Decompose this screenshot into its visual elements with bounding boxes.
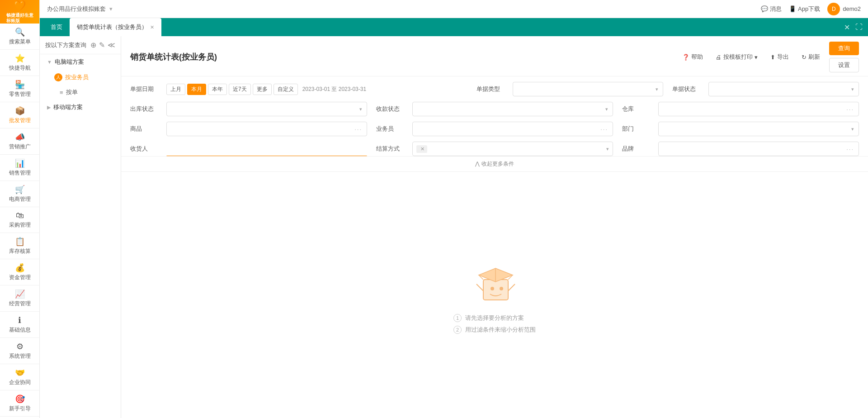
folder-label: 电脑端方案 [55, 58, 84, 66]
sidebar-item-system[interactable]: ⚙ 系统管理 [0, 338, 40, 364]
department-label: 部门 [622, 125, 658, 133]
top-header: 办公用品行业模拟账套 ▾ 💬 消息 📱 App下载 D demo2 [40, 0, 868, 18]
mobile-folder-icon: ▶ [47, 104, 51, 110]
last7-btn[interactable]: 近7天 [229, 84, 251, 95]
filter-row-4: 收货人 结算方式 ✕ ▾ [130, 142, 859, 156]
newbie-icon: 🎯 [2, 394, 38, 404]
wholesale-icon: 📦 [2, 106, 38, 116]
top-header-left: 办公用品行业模拟账套 ▾ [47, 5, 113, 13]
empty-hint-1: 1 请先选择要分析的方案 [453, 314, 536, 322]
settlement-tag-close-icon[interactable]: ✕ [420, 146, 425, 152]
content-area: 按以下方案查询 ⊕ ✎ ≪ ▼ 电脑端方案 人 按业务员 ≡ 按单 [40, 36, 868, 418]
sidebar-item-finance[interactable]: 💰 资金管理 [0, 259, 40, 285]
sidebar-item-retail[interactable]: 🏪 零售管理 [0, 76, 40, 102]
sidebar-item-company[interactable]: 🤝 企业协同 [0, 364, 40, 390]
department-select[interactable]: ▾ [658, 122, 859, 136]
download-icon: 📱 [789, 5, 796, 12]
template-print-button[interactable]: 🖨 按模板打印 ▾ [712, 51, 761, 63]
left-panel-header: 按以下方案查询 ⊕ ✎ ≪ [40, 36, 121, 54]
app-download-button[interactable]: 📱 App下载 [789, 5, 820, 13]
purchase-icon: 🛍 [2, 211, 38, 220]
export-button[interactable]: ⬆ 导出 [767, 51, 793, 63]
warehouse-select[interactable]: ··· [658, 102, 859, 116]
sidebar-item-wholesale[interactable]: 📦 批发管理 [0, 102, 40, 128]
tab-home[interactable]: 首页 [43, 18, 70, 36]
sidebar-item-inventory[interactable]: 📋 库存核算 [0, 233, 40, 259]
sales-stat-tab-label: 销货单统计表（按业务员） [77, 23, 147, 31]
doc-type-control: ▾ [513, 82, 663, 96]
sidebar-item-search[interactable]: 🔍 搜索菜单 [0, 24, 40, 50]
folder-expand-icon: ▼ [47, 59, 52, 65]
collapse-button[interactable]: ⋀ 收起更多条件 [121, 156, 868, 171]
mobile-folder-label: 移动端方案 [53, 103, 83, 111]
order-item-icon: ≡ [60, 89, 63, 96]
query-button[interactable]: 查询 [829, 42, 859, 55]
sidebar-item-marketing[interactable]: 📣 营销推广 [0, 128, 40, 155]
tab-minimize-icon[interactable]: ✕ [842, 21, 852, 33]
sidebar-item-ecommerce[interactable]: 🛒 电商管理 [0, 181, 40, 207]
tree-folder-pc[interactable]: ▼ 电脑端方案 [40, 54, 121, 70]
dropdown-chevron-icon[interactable]: ▾ [109, 5, 113, 12]
add-scheme-button[interactable]: ⊕ [90, 41, 96, 49]
last-month-btn[interactable]: 上月 [166, 84, 185, 95]
collapse-scheme-button[interactable]: ≪ [108, 41, 115, 49]
app-logo: 🧡 畅捷通好生意 标账版 [0, 0, 40, 24]
date-range: 2023-03-01 至 2023-03-31 [302, 86, 366, 93]
salesperson-dots-icon: ··· [600, 126, 608, 133]
edit-scheme-button[interactable]: ✎ [99, 41, 105, 49]
sidebar-item-newbie[interactable]: 🎯 新手引导 [0, 390, 40, 417]
brand-dots-icon: ··· [846, 146, 854, 152]
help-button[interactable]: ❓ 帮助 [679, 51, 707, 63]
salesperson-select[interactable]: ··· [412, 122, 613, 136]
export-icon: ⬆ [770, 54, 775, 61]
sidebar-item-business[interactable]: 📈 经营管理 [0, 285, 40, 312]
left-panel: 按以下方案查询 ⊕ ✎ ≪ ▼ 电脑端方案 人 按业务员 ≡ 按单 [40, 36, 121, 418]
receiver-input[interactable] [166, 142, 367, 156]
custom-btn[interactable]: 自定义 [274, 84, 298, 95]
brand-select[interactable]: ··· [658, 142, 859, 156]
sidebar-item-sales[interactable]: 📊 销售管理 [0, 155, 40, 181]
home-tab-label: 首页 [51, 23, 62, 31]
empty-illustration [467, 252, 522, 307]
avatar: D [827, 3, 840, 15]
payment-status-select[interactable]: ▾ [412, 102, 613, 116]
main-area: 办公用品行业模拟账套 ▾ 💬 消息 📱 App下载 D demo2 首页 销货单… [40, 0, 868, 418]
logo-icon: 🧡 [14, 0, 26, 12]
sales-icon: 📊 [2, 158, 38, 168]
refresh-button[interactable]: ↻ 刷新 [798, 51, 824, 63]
tree-item-by-salesperson[interactable]: 人 按业务员 [40, 70, 121, 85]
this-year-btn[interactable]: 本年 [208, 84, 227, 95]
empty-hints: 1 请先选择要分析的方案 2 用过滤条件来缩小分析范围 [453, 314, 536, 337]
filter-row-2: 出库状态 ▾ 收款状态 ▾ [130, 102, 859, 116]
sidebar-item-basic[interactable]: ℹ 基础信息 [0, 312, 40, 338]
messages-button[interactable]: 💬 消息 [761, 5, 782, 13]
doc-status-select[interactable]: ▾ [708, 82, 859, 96]
receiver-label: 收货人 [130, 145, 166, 153]
filter-row-3: 商品 ··· 业务员 ··· [130, 122, 859, 136]
hint-num-2: 2 [453, 326, 462, 334]
tab-sales-stat[interactable]: 销货单统计表（按业务员） ✕ [70, 18, 161, 36]
tab-close-icon[interactable]: ✕ [150, 24, 154, 30]
left-panel-title: 按以下方案查询 [45, 41, 86, 49]
left-panel-actions: ⊕ ✎ ≪ [90, 41, 115, 49]
user-menu-button[interactable]: D demo2 [827, 3, 861, 15]
out-status-select[interactable]: ▾ [166, 102, 367, 116]
empty-hint-2: 2 用过滤条件来缩小分析范围 [453, 326, 536, 334]
settings-button[interactable]: 设置 [829, 58, 859, 72]
doc-type-select[interactable]: ▾ [513, 82, 663, 96]
sidebar-item-quick-nav[interactable]: ⭐ 快捷导航 [0, 50, 40, 76]
more-btn[interactable]: 更多 [253, 84, 272, 95]
top-header-right: 💬 消息 📱 App下载 D demo2 [761, 3, 861, 15]
marketing-icon: 📣 [2, 132, 38, 142]
settlement-select[interactable]: ✕ ▾ [412, 142, 613, 156]
logo-text: 畅捷通好生意 标账版 [6, 13, 33, 24]
tree-folder-mobile[interactable]: ▶ 移动端方案 [40, 100, 121, 115]
tree-item-by-order[interactable]: ≡ 按单 [40, 85, 121, 100]
search-icon: 🔍 [2, 27, 38, 37]
goods-select[interactable]: ··· [166, 122, 367, 136]
sidebar-item-purchase[interactable]: 🛍 采购管理 [0, 207, 40, 233]
collapse-icon: ⋀ [475, 161, 480, 167]
this-month-btn[interactable]: 本月 [187, 84, 206, 95]
tab-maximize-icon[interactable]: ⛶ [854, 21, 864, 33]
salesperson-label: 业务员 [376, 125, 412, 133]
